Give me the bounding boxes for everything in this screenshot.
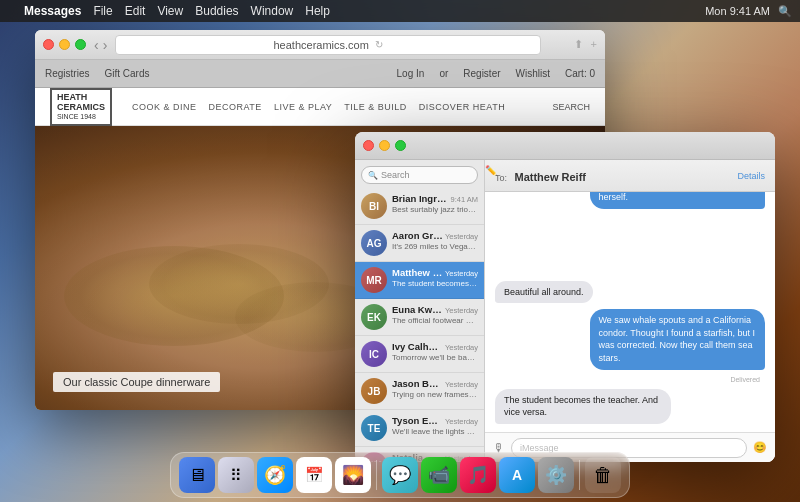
logo-line1: HEATH <box>57 92 105 103</box>
dock-separator-2 <box>579 460 580 490</box>
msg-time-1: Yesterday <box>445 232 478 241</box>
share-icon[interactable]: ⬆ <box>574 38 583 51</box>
dock-trash[interactable]: 🗑 <box>585 457 621 493</box>
dock-separator-1 <box>376 460 377 490</box>
dock-launchpad[interactable]: ⠿ <box>218 457 254 493</box>
dock-messages[interactable]: 💬 <box>382 457 418 493</box>
chat-bubble-4: We saw whale spouts and a California con… <box>590 309 766 369</box>
chat-bubble-row-4: We saw whale spouts and a California con… <box>495 309 765 369</box>
wishlist-link[interactable]: Wishlist <box>516 68 550 79</box>
back-button[interactable]: ‹ <box>94 37 99 53</box>
messages-close-button[interactable] <box>363 140 374 151</box>
refresh-icon[interactable]: ↻ <box>375 39 383 50</box>
chat-header: To: Matthew Reiff Details <box>485 160 775 192</box>
close-button[interactable] <box>43 39 54 50</box>
avatar-6: TE <box>361 415 387 441</box>
chat-area: To: Matthew Reiff Details You three gonn… <box>485 160 775 462</box>
nav-live-play[interactable]: LIVE & PLAY <box>274 102 332 112</box>
menubar-window[interactable]: Window <box>251 4 294 18</box>
nav-discover[interactable]: DISCOVER HEATH <box>419 102 505 112</box>
registries-link[interactable]: Registries <box>45 68 89 79</box>
msg-time-0: 9:41 AM <box>450 195 478 204</box>
heath-nav: COOK & DINE DECORATE LIVE & PLAY TILE & … <box>132 102 505 112</box>
chat-bubble-row-3: Beautiful all around. <box>495 281 765 304</box>
address-bar[interactable]: heathceramics.com ↻ <box>115 35 541 55</box>
cart-link[interactable]: Cart: 0 <box>565 68 595 79</box>
conversation-item-2[interactable]: MR Matthew Raiff Yesterday The student b… <box>355 262 484 299</box>
chat-bubble-3: Beautiful all around. <box>495 281 593 304</box>
details-button[interactable]: Details <box>737 171 765 181</box>
msg-name-row-4: Ivy Calhoun Yesterday <box>392 341 478 352</box>
msg-preview-1: It's 269 miles to Vegas. We've got a ful… <box>392 242 478 252</box>
heath-header: HEATH CERAMICS SINCE 1948 COOK & DINE DE… <box>35 88 605 126</box>
msg-name-5: Jason Bettin... <box>392 378 443 389</box>
heath-search[interactable]: SEARCH <box>552 102 590 112</box>
nav-tile-build[interactable]: TILE & BUILD <box>344 102 407 112</box>
msg-info-0: Brian Ingram 9:41 AM Best surtably jazz … <box>392 193 478 215</box>
conversation-item-3[interactable]: EK Euna Kwon Yesterday The official foot… <box>355 299 484 336</box>
menubar-buddies[interactable]: Buddies <box>195 4 238 18</box>
dock-calendar[interactable]: 📅 <box>296 457 332 493</box>
menubar-file[interactable]: File <box>93 4 112 18</box>
traffic-lights <box>43 39 86 50</box>
compose-icon[interactable]: ✏️ <box>485 165 497 176</box>
dock-photos[interactable]: 🌄 <box>335 457 371 493</box>
login-link[interactable]: Log In <box>397 68 425 79</box>
messages-sidebar: 🔍 Search ✏️ BI Brian Ingram 9:41 AM Best… <box>355 160 485 462</box>
dock-safari[interactable]: 🧭 <box>257 457 293 493</box>
msg-time-6: Yesterday <box>445 417 478 426</box>
messages-titlebar <box>355 132 775 160</box>
msg-name-1: Aaron Grave... <box>392 230 443 241</box>
msg-name-row-5: Jason Bettin... Yesterday <box>392 378 478 389</box>
msg-name-3: Euna Kwon <box>392 304 443 315</box>
dock-finder[interactable]: 🖥 <box>179 457 215 493</box>
menubar: Messages File Edit View Buddies Window H… <box>0 0 800 22</box>
msg-name-2: Matthew Raiff <box>392 267 443 278</box>
conversation-item-1[interactable]: AG Aaron Grave... Yesterday It's 269 mil… <box>355 225 484 262</box>
input-placeholder: iMessage <box>520 443 559 453</box>
search-icon: 🔍 <box>368 171 378 180</box>
conversation-item-6[interactable]: TE Tyson Edwar... Yesterday We'll leave … <box>355 410 484 447</box>
menubar-view[interactable]: View <box>157 4 183 18</box>
nav-decorate[interactable]: DECORATE <box>209 102 262 112</box>
messages-minimize-button[interactable] <box>379 140 390 151</box>
msg-preview-0: Best surtably jazz trio you've ever hear… <box>392 205 478 215</box>
avatar-5: JB <box>361 378 387 404</box>
menubar-app-name[interactable]: Messages <box>24 4 81 18</box>
dock-music[interactable]: 🎵 <box>460 457 496 493</box>
conversation-item-0[interactable]: BI Brian Ingram 9:41 AM Best surtably ja… <box>355 188 484 225</box>
avatar-2: MR <box>361 267 387 293</box>
msg-name-row-1: Aaron Grave... Yesterday <box>392 230 478 241</box>
conversation-item-5[interactable]: JB Jason Bettin... Yesterday Trying on n… <box>355 373 484 410</box>
msg-info-3: Euna Kwon Yesterday The official footwea… <box>392 304 478 326</box>
msg-time-2: Yesterday <box>445 269 478 278</box>
register-link[interactable]: Register <box>463 68 500 79</box>
avatar-1: AG <box>361 230 387 256</box>
dock-facetime[interactable]: 📹 <box>421 457 457 493</box>
dock-systemprefs[interactable]: ⚙️ <box>538 457 574 493</box>
chat-bubble-5: The student becomes the teacher. And vic… <box>495 389 671 424</box>
msg-preview-4: Tomorrow we'll be back in your neighborh… <box>392 353 478 363</box>
emoji-icon[interactable]: 😊 <box>753 441 767 454</box>
nav-cook-dine[interactable]: COOK & DINE <box>132 102 197 112</box>
msg-preview-6: We'll leave the lights on for you. <box>392 427 478 437</box>
menubar-search-icon[interactable]: 🔍 <box>778 5 792 18</box>
gift-cards-link[interactable]: Gift Cards <box>104 68 149 79</box>
msg-info-1: Aaron Grave... Yesterday It's 269 miles … <box>392 230 478 252</box>
msg-name-0: Brian Ingram <box>392 193 448 204</box>
browser-toolbar: Registries Gift Cards Log In or Register… <box>35 60 605 88</box>
menubar-right: Mon 9:41 AM 🔍 <box>705 5 792 18</box>
messages-body: 🔍 Search ✏️ BI Brian Ingram 9:41 AM Best… <box>355 160 775 462</box>
msg-info-4: Ivy Calhoun Yesterday Tomorrow we'll be … <box>392 341 478 363</box>
menubar-help[interactable]: Help <box>305 4 330 18</box>
new-tab-icon[interactable]: + <box>591 38 597 51</box>
msg-name-row-6: Tyson Edwar... Yesterday <box>392 415 478 426</box>
dock-appstore[interactable]: A <box>499 457 535 493</box>
menubar-edit[interactable]: Edit <box>125 4 146 18</box>
conversation-item-4[interactable]: IC Ivy Calhoun Yesterday Tomorrow we'll … <box>355 336 484 373</box>
messages-maximize-button[interactable] <box>395 140 406 151</box>
search-placeholder[interactable]: Search <box>381 170 410 180</box>
forward-button[interactable]: › <box>103 37 108 53</box>
minimize-button[interactable] <box>59 39 70 50</box>
maximize-button[interactable] <box>75 39 86 50</box>
